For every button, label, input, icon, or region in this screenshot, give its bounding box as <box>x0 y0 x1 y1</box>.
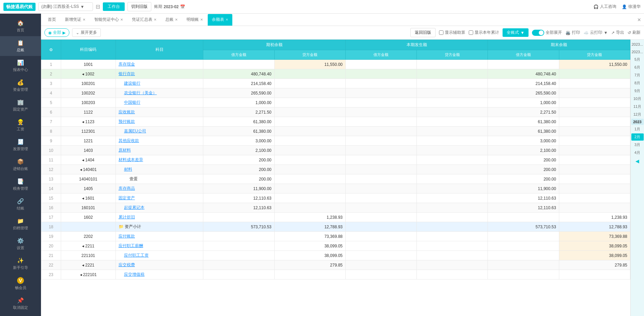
month-9[interactable]: 9月 <box>631 87 644 95</box>
table-row[interactable]: 18📁 资产小计573,710.5312,788.93573,710.5312,… <box>41 222 630 232</box>
expand-panel-icon[interactable]: ◀ <box>635 158 639 164</box>
table-row[interactable]: 15◂ 1601固定资产12,110.6312,110.63 <box>41 193 630 203</box>
month-10[interactable]: 10月 <box>631 95 644 102</box>
sidebar-item-settings[interactable]: ⚙️ 设置 <box>0 234 41 254</box>
month-7[interactable]: 7月 <box>631 72 644 79</box>
table-row[interactable]: 12◂ 140401材料200.00200.00 <box>41 165 630 174</box>
month-4[interactable]: 4月 <box>631 149 644 156</box>
sidebar-item-tax[interactable]: 📑 税务管理 <box>0 175 41 195</box>
sidebar-item-guide[interactable]: ✨ 新手引导 <box>0 254 41 274</box>
table-row[interactable]: 23◂ 222101应交增值税 <box>41 270 630 279</box>
table-row[interactable]: 2◂ 1002银行存款480,748.40480,748.40 <box>41 69 630 79</box>
row-name[interactable]: 应付账款 <box>115 232 203 241</box>
tab-close-balance-sheet[interactable]: ✕ <box>225 18 228 21</box>
expand-button[interactable]: ⌄ 展开更多 <box>72 28 101 37</box>
workbench-button[interactable]: 工作台 <box>103 2 125 11</box>
month-2-active[interactable]: 2月 <box>631 133 644 141</box>
tab-general-ledger[interactable]: 总账 ✕ <box>161 14 182 26</box>
sidebar-item-home[interactable]: 🏠 首页 <box>0 16 41 36</box>
show-aux-checkbox[interactable] <box>439 30 443 35</box>
row-name[interactable]: 预付账款 <box>115 117 203 127</box>
row-name[interactable]: 库存现金 <box>115 60 203 69</box>
expand-all-toggle[interactable]: 全部展开 <box>532 30 562 36</box>
copy-icon[interactable]: ⊟ <box>96 3 100 10</box>
refresh-button[interactable]: ↺ 刷新 <box>628 30 641 35</box>
table-row[interactable]: 11◂ 1404材料成本差异200.00200.00 <box>41 155 630 165</box>
row-name[interactable]: 壹蛋 <box>115 174 203 184</box>
row-name[interactable]: 应交税费 <box>115 260 203 270</box>
table-row[interactable]: 5100203中国银行1,000.001,000.00 <box>41 98 630 107</box>
row-name[interactable]: 应交增值税 <box>115 270 203 279</box>
row-name[interactable]: 固定资产 <box>115 193 203 203</box>
month-12[interactable]: 12月 <box>631 111 644 118</box>
tab-close-new-voucher[interactable]: ✕ <box>83 18 85 21</box>
calendar-icon[interactable]: 📅 <box>180 4 185 9</box>
tab-smart-voucher[interactable]: 智能凭证中心 ✕ <box>90 14 127 26</box>
show-ytd-checkbox[interactable] <box>469 30 473 35</box>
row-name[interactable]: 其他应收款 <box>115 136 203 146</box>
tab-detail-ledger[interactable]: 明细账 ✕ <box>182 14 207 26</box>
consult-button[interactable]: 🎧 人工咨询 <box>593 4 616 10</box>
sidebar-item-unpin[interactable]: 📌 取消固定 <box>0 294 41 314</box>
row-name[interactable]: 中国银行 <box>115 98 203 107</box>
toggle-track[interactable] <box>532 30 544 36</box>
row-name[interactable]: 累计折旧 <box>115 213 203 222</box>
table-row[interactable]: 171602累计折旧1,238.931,238.93 <box>41 213 630 222</box>
table-row[interactable]: 22◂ 2221应交税费279.85279.85 <box>41 260 630 270</box>
row-name[interactable]: 应付职工薪酬 <box>115 241 203 251</box>
table-row[interactable]: 21221101应付职工工资38,099.0538,099.05 <box>41 251 630 260</box>
company-selector[interactable]: (勿删) 江西股圣-LSS ▼ <box>38 2 93 11</box>
table-wrapper[interactable]: ⚙ 科目编码 科目 期初余额 本期发生额 期末余额 借方金额 贷方金额 借方金额… <box>41 40 630 316</box>
tab-new-voucher[interactable]: 新增凭证 ✕ <box>61 14 90 26</box>
sidebar-item-invoice[interactable]: 🧾 发票管理 <box>0 135 41 155</box>
sidebar-item-reports[interactable]: 📊 报表中心 <box>0 56 41 76</box>
table-row[interactable]: 1314040101壹蛋200.00200.00 <box>41 174 630 184</box>
tab-close-detail-ledger[interactable]: ✕ <box>200 18 203 21</box>
row-name[interactable]: 应付职工工资 <box>115 251 203 260</box>
table-row[interactable]: 7◂ 1123预付账款61,380.0061,380.00 <box>41 117 630 127</box>
sidebar-item-vip[interactable]: V 畅会员 <box>0 274 41 294</box>
tab-balance-sheet[interactable]: 余额表 ✕ <box>208 14 232 26</box>
full-display-button[interactable]: 全账式 ▼ <box>503 28 529 37</box>
sidebar-item-salary[interactable]: 👷 工资 <box>0 115 41 135</box>
row-name[interactable]: 库存商品 <box>115 184 203 193</box>
month-1[interactable]: 1月 <box>631 126 644 133</box>
table-row[interactable]: 16160101起提累记本12,110.6312,110.63 <box>41 203 630 213</box>
month-6[interactable]: 6月 <box>631 64 644 71</box>
table-row[interactable]: 20◂ 2211应付职工薪酬38,099.0538,099.05 <box>41 241 630 251</box>
tab-close-smart-voucher[interactable]: ✕ <box>120 18 123 21</box>
row-name[interactable]: 农业银行（美金） <box>115 88 203 98</box>
table-row[interactable]: 11001库存现金11,550.0011,550.00 <box>41 60 630 69</box>
month-8[interactable]: 8月 <box>631 80 644 87</box>
row-name[interactable]: 原材料 <box>115 146 203 155</box>
month-11[interactable]: 11月 <box>631 103 644 110</box>
sidebar-item-close[interactable]: 🔗 结账 <box>0 195 41 214</box>
month-5[interactable]: 5月 <box>631 56 644 63</box>
row-name[interactable]: 应收账款 <box>115 107 203 117</box>
tab-voucher-summary[interactable]: 凭证汇总表 ✕ <box>128 14 161 26</box>
row-name[interactable]: 建设银行 <box>115 79 203 88</box>
return-old-version-button[interactable]: 返回旧版 <box>410 28 436 37</box>
filter-button[interactable]: ◉ 全部 ▶ <box>44 28 69 37</box>
table-row[interactable]: 91221其他应收款3,000.003,000.00 <box>41 136 630 146</box>
sidebar-item-funds[interactable]: 💰 资金管理 <box>0 76 41 96</box>
cloud-print-button[interactable]: ☁️ 云打印 ▼ <box>584 30 608 35</box>
export-button[interactable]: ↗ 导出 <box>611 30 624 35</box>
close-all-tabs-icon[interactable]: ✕ <box>637 17 641 23</box>
table-row[interactable]: 141405库存商品11,900.0011,900.00 <box>41 184 630 193</box>
row-name[interactable]: 起提累记本 <box>115 203 203 213</box>
user-info[interactable]: 👤 徐漫华 <box>622 4 641 10</box>
sidebar-item-assets[interactable]: 🏢 固定资产 <box>0 96 41 115</box>
row-name[interactable]: 银行存款 <box>115 69 203 79</box>
table-row[interactable]: 101403原材料2,100.002,100.00 <box>41 146 630 155</box>
row-name[interactable]: 材料 <box>115 165 203 174</box>
tab-close-general-ledger[interactable]: ✕ <box>175 18 178 21</box>
sidebar-item-archive[interactable]: 📁 归档管理 <box>0 214 41 234</box>
table-row[interactable]: 61122应收账款2,271.502,271.50 <box>41 107 630 117</box>
tab-close-voucher-summary[interactable]: ✕ <box>154 18 156 21</box>
tab-home[interactable]: 首页 <box>44 14 60 26</box>
row-name[interactable]: 材料成本差异 <box>115 155 203 165</box>
row-name[interactable]: 嘉属EU公司 <box>115 127 203 136</box>
switch-button[interactable]: 切到旧版 <box>127 2 151 11</box>
sidebar-item-ledger[interactable]: 📋 总账 <box>0 36 41 56</box>
